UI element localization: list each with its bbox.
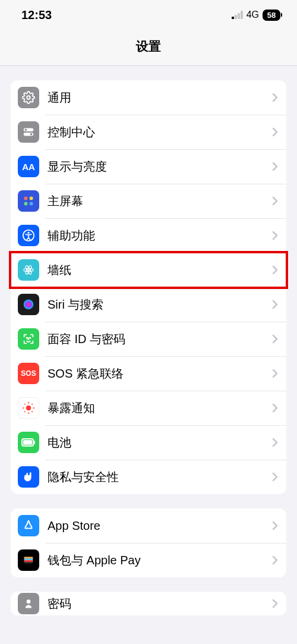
svg-point-11 [27, 269, 30, 271]
svg-rect-29 [34, 441, 35, 444]
battery-icon: 58 [263, 10, 280, 21]
svg-point-19 [27, 402, 29, 404]
row-label: 显示与亮度 [48, 159, 272, 175]
chevron-right-icon [272, 555, 278, 565]
exposure-icon [18, 397, 39, 419]
row-label: 主屏幕 [48, 193, 272, 209]
svg-point-21 [23, 407, 24, 409]
row-exposure[interactable]: 暴露通知 [11, 391, 286, 425]
row-passwords[interactable]: 密码 [11, 592, 286, 615]
svg-rect-33 [24, 560, 33, 562]
gear-icon [18, 87, 39, 108]
chevron-right-icon [272, 403, 278, 413]
svg-point-24 [31, 403, 33, 405]
svg-point-26 [31, 411, 33, 413]
row-wallpaper[interactable]: 墙纸 [11, 253, 286, 287]
settings-group: 密码 [11, 592, 286, 615]
flower-icon [18, 259, 39, 281]
row-privacy[interactable]: 隐私与安全性 [11, 460, 286, 494]
row-wallet[interactable]: 钱包与 Apple Pay [11, 543, 286, 577]
row-display[interactable]: AA 显示与亮度 [11, 149, 286, 184]
svg-point-23 [24, 403, 26, 405]
battery-icon [18, 432, 39, 453]
signal-icon [232, 11, 243, 19]
row-home-screen[interactable]: 主屏幕 [11, 184, 286, 218]
row-control-center[interactable]: 控制中心 [11, 115, 286, 149]
chevron-right-icon [272, 300, 278, 309]
svg-point-22 [33, 407, 34, 409]
row-siri[interactable]: Siri 与搜索 [11, 287, 286, 322]
row-label: 密码 [48, 596, 272, 612]
sos-icon: SOS [18, 363, 39, 384]
svg-point-15 [24, 300, 34, 310]
status-bar: 12:53 4G 58 [0, 0, 297, 30]
page-title: 设置 [0, 30, 297, 66]
chevron-right-icon [272, 93, 278, 102]
row-label: 暴露通知 [48, 400, 272, 416]
svg-point-17 [30, 337, 30, 338]
chevron-right-icon [272, 231, 278, 240]
row-label: 墙纸 [48, 262, 272, 278]
apps-grid-icon [18, 190, 39, 212]
status-time: 12:53 [21, 8, 52, 22]
row-appstore[interactable]: App Store [11, 508, 286, 543]
svg-point-20 [27, 412, 29, 414]
face-id-icon [18, 328, 39, 350]
row-label: 辅助功能 [48, 228, 272, 244]
svg-rect-32 [24, 558, 33, 560]
row-label: 面容 ID 与密码 [48, 331, 272, 347]
chevron-right-icon [272, 521, 278, 530]
chevron-right-icon [272, 599, 278, 608]
key-icon [18, 593, 39, 614]
chevron-right-icon [272, 334, 278, 344]
row-label: 电池 [48, 435, 272, 451]
row-faceid[interactable]: 面容 ID 与密码 [11, 322, 286, 356]
svg-rect-31 [24, 557, 33, 559]
row-label: SOS 紧急联络 [48, 366, 272, 382]
svg-point-18 [26, 406, 31, 411]
svg-rect-6 [30, 197, 33, 200]
toggle-icon [18, 121, 39, 143]
siri-icon [18, 294, 39, 315]
chevron-right-icon [272, 162, 278, 171]
row-sos[interactable]: SOS SOS 紧急联络 [11, 356, 286, 391]
chevron-right-icon [272, 196, 278, 206]
row-label: 隐私与安全性 [48, 469, 272, 485]
svg-point-4 [30, 133, 33, 136]
wallet-icon [18, 549, 39, 571]
svg-point-16 [27, 337, 27, 338]
svg-rect-5 [24, 197, 28, 200]
chevron-right-icon [272, 265, 278, 275]
svg-point-25 [24, 411, 26, 413]
row-label: 钱包与 Apple Pay [48, 552, 272, 568]
chevron-right-icon [272, 369, 278, 378]
row-label: App Store [48, 519, 272, 533]
settings-group: 通用 控制中心 AA 显示与亮度 主屏幕 辅助功能 [11, 80, 286, 494]
row-accessibility[interactable]: 辅助功能 [11, 218, 286, 253]
chevron-right-icon [272, 438, 278, 447]
text-size-icon: AA [18, 156, 39, 177]
row-label: Siri 与搜索 [48, 297, 272, 313]
svg-rect-8 [30, 202, 33, 206]
svg-rect-7 [24, 202, 28, 206]
row-battery[interactable]: 电池 [11, 425, 286, 460]
network-label: 4G [247, 10, 259, 20]
svg-point-34 [27, 599, 31, 604]
row-label: 通用 [48, 90, 272, 106]
status-right: 4G 58 [232, 10, 280, 21]
svg-point-0 [27, 96, 30, 99]
settings-list: 通用 控制中心 AA 显示与亮度 主屏幕 辅助功能 [0, 80, 297, 615]
chevron-right-icon [272, 472, 278, 482]
row-general[interactable]: 通用 [11, 80, 286, 115]
row-label: 控制中心 [48, 124, 272, 140]
hand-icon [18, 466, 39, 488]
svg-point-10 [27, 232, 29, 234]
accessibility-icon [18, 225, 39, 246]
svg-rect-28 [23, 440, 32, 445]
svg-point-3 [25, 129, 27, 131]
chevron-right-icon [272, 127, 278, 137]
settings-group: App Store 钱包与 Apple Pay [11, 508, 286, 577]
appstore-icon [18, 515, 39, 536]
